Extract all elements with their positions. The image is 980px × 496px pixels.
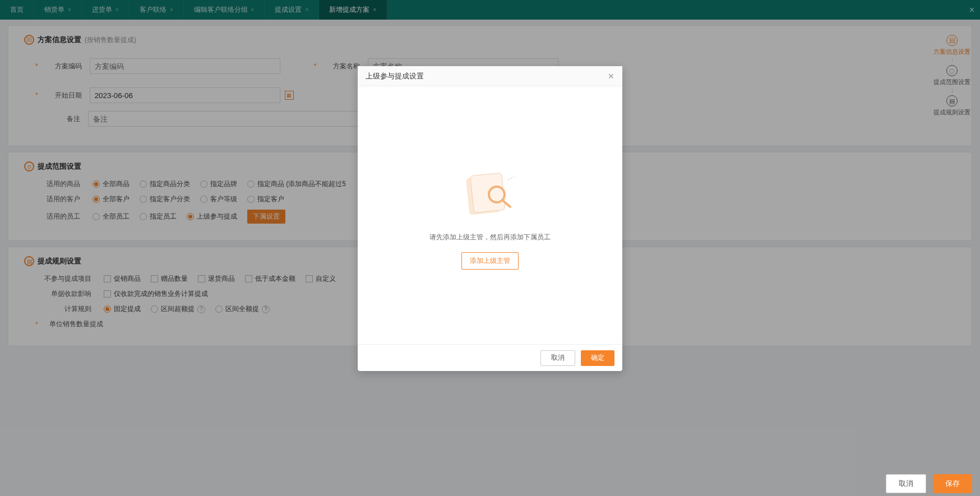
modal-tip: 请先添加上级主管，然后再添加下属员工 [429,233,551,242]
modal-title: 上级参与提成设置 [366,71,424,81]
svg-rect-1 [470,173,506,212]
cancel-button[interactable]: 取消 [886,474,926,493]
modal-ok-button[interactable]: 确定 [581,350,614,366]
modal-close-icon[interactable]: ✕ [608,72,614,81]
supervisor-modal: 上级参与提成设置 ✕ 请先添加上级主管，然后再添加下属员工 添加上级主管 取消 … [358,66,622,371]
svg-line-4 [508,177,515,180]
save-button[interactable]: 保存 [933,474,972,493]
modal-cancel-button[interactable]: 取消 [540,350,575,366]
empty-illustration [456,161,524,222]
footer-bar: 取消 保存 [0,471,980,496]
add-supervisor-button[interactable]: 添加上级主管 [461,252,519,270]
